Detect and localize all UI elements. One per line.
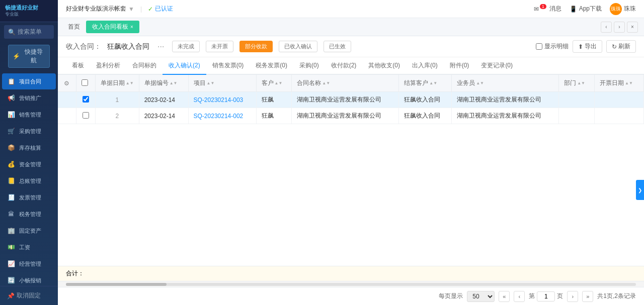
prev-page-button[interactable]: ‹ [514, 291, 525, 302]
subtab-change-log[interactable]: 变更记录(0) [475, 57, 519, 75]
settlement-customer-column-header[interactable]: 结算客户 ▲▼ [399, 75, 452, 92]
page-size-select[interactable]: 20 50 100 [467, 291, 495, 302]
row2-number-cell[interactable]: SQ-20230214-002 [188, 108, 256, 124]
customer-sort-arrows[interactable]: ▲▼ [275, 81, 283, 85]
first-page-button[interactable]: « [499, 291, 510, 302]
show-detail-checkbox[interactable]: 显示明细 [536, 42, 569, 51]
subtab-purchase[interactable]: 采购(0) [293, 57, 325, 75]
row1-number-cell[interactable]: SQ-20230214-003 [188, 92, 256, 108]
message-button[interactable]: ✉ 1 消息 [534, 5, 561, 13]
tab-next-button[interactable]: › [614, 22, 625, 33]
scrollbar-thumb[interactable] [66, 283, 167, 286]
row1-checkbox-cell[interactable] [76, 92, 95, 108]
salesperson-sort-arrows[interactable]: ▲▼ [476, 81, 484, 85]
search-menu-button[interactable]: 🔍 搜索菜单 [4, 25, 54, 39]
company-selector[interactable]: 好业财专业版演示帐套 ▼ [66, 5, 134, 13]
subtab-tax-invoice[interactable]: 税务发票(0) [250, 57, 293, 75]
quick-nav-area: ⚡ 快捷导航 [0, 42, 58, 73]
invoice-date-sort-arrows[interactable]: ▲▼ [625, 81, 633, 85]
status-incomplete-button[interactable]: 未完成 [172, 41, 200, 52]
next-page-button[interactable]: › [567, 291, 578, 302]
sidebar-item-expense[interactable]: 🔄 小畅报销 [2, 272, 56, 286]
subtab-attachment[interactable]: 附件(0) [444, 57, 475, 75]
sidebar-item-payroll[interactable]: 💵 工资 [2, 239, 56, 255]
contract-name-column-header[interactable]: 合同名称 ▲▼ [292, 75, 399, 92]
status-noinvoice-button[interactable]: 未开票 [206, 41, 233, 52]
contract-name-sort-arrows[interactable]: ▲▼ [322, 81, 330, 85]
more-options-button[interactable]: ··· [155, 42, 166, 51]
department-column-header[interactable]: 部门 ▲▼ [559, 75, 595, 92]
sidebar-item-inventory[interactable]: 📦 库存核算 [2, 140, 56, 156]
number-column-header[interactable]: 单据编号 ▲▼ [139, 75, 188, 92]
sidebar-item-tax[interactable]: 🏛 税务管理 [2, 206, 56, 222]
status-active-button[interactable]: 已生效 [324, 41, 351, 52]
status-confirmed-button[interactable]: 已收入确认 [279, 41, 317, 52]
sidebar-item-marketing[interactable]: 📢 营销推广 [2, 90, 56, 106]
project-column-header[interactable]: 项目 ▲▼ [188, 75, 256, 92]
table-row[interactable]: 2 2023-02-14 SQ-20230214-002 狂飙 湖南卫视商业运营… [58, 108, 644, 124]
department-sort-arrows[interactable]: ▲▼ [577, 81, 585, 85]
last-page-button[interactable]: » [582, 291, 593, 302]
company-dropdown-icon: ▼ [128, 6, 134, 13]
sidebar-item-fixed-assets[interactable]: 🏢 固定资产 [2, 223, 56, 239]
unpin-label: 取消固定 [17, 291, 41, 300]
row2-number-link[interactable]: SQ-20230214-002 [194, 113, 244, 120]
sidebar-item-project-contract[interactable]: 📋 项目合同 [2, 73, 56, 89]
table-row[interactable]: 1 2023-02-14 SQ-20230214-003 狂飙 湖南卫视商业运营… [58, 92, 644, 108]
settings-icon[interactable]: ⚙ [64, 80, 69, 87]
sidebar-bottom: 📌 取消固定 [0, 286, 58, 305]
project-sort-arrows[interactable]: ▲▼ [207, 81, 215, 85]
subtab-revenue-confirm[interactable]: 收入确认(2) [163, 57, 206, 75]
sidebar-item-operations[interactable]: 📈 经营管理 [2, 256, 56, 272]
subtab-stock[interactable]: 出入库(0) [406, 57, 444, 75]
sidebar-item-label: 资金管理 [19, 161, 41, 168]
right-sidebar-panel[interactable]: ❯ [636, 180, 644, 200]
horizontal-scrollbar[interactable] [58, 281, 644, 287]
invoice-date-column-header[interactable]: 开票日期 ▲▼ [595, 75, 644, 92]
subtab-target[interactable]: 合同标的 [126, 57, 163, 75]
tab-close-all-button[interactable]: × [627, 22, 638, 33]
row2-settings-cell [58, 108, 76, 124]
tab-close-button[interactable]: × [130, 24, 133, 30]
page-input[interactable] [537, 291, 555, 301]
sidebar-item-funds[interactable]: 💰 资金管理 [2, 156, 56, 172]
subtab-other[interactable]: 其他收支(0) [362, 57, 406, 75]
number-sort-arrows[interactable]: ▲▼ [170, 81, 178, 85]
salesperson-column-header[interactable]: 业务员 ▲▼ [452, 75, 559, 92]
right-panel-toggle[interactable]: ❯ [636, 180, 644, 200]
subtab-profit[interactable]: 盈利分析 [90, 57, 126, 75]
tab-prev-button[interactable]: ‹ [601, 22, 612, 33]
export-button[interactable]: ⬆ 导出 [573, 40, 602, 53]
checkbox-column-header[interactable] [76, 75, 95, 92]
subtab-payment[interactable]: 收付款(2) [325, 57, 363, 75]
sidebar-item-sales[interactable]: 📊 销售管理 [2, 107, 56, 123]
sidebar-item-general-ledger[interactable]: 📒 总账管理 [2, 173, 56, 189]
row1-number-link[interactable]: SQ-20230214-003 [194, 96, 244, 104]
quick-nav-button[interactable]: ⚡ 快捷导航 [8, 45, 50, 68]
row2-checkbox[interactable] [83, 112, 89, 119]
unpin-button[interactable]: 📌 取消固定 [3, 289, 55, 302]
customer-column-header[interactable]: 客户 ▲▼ [256, 75, 292, 92]
sidebar-item-label: 经营管理 [19, 260, 41, 268]
user-avatar-button[interactable]: 珠珠 珠珠 [610, 3, 636, 15]
fixed-assets-icon: 🏢 [7, 227, 15, 235]
page-suffix: 页 [557, 292, 563, 300]
row1-checkbox[interactable] [83, 96, 89, 103]
row2-checkbox-cell[interactable] [76, 108, 95, 124]
show-detail-input[interactable] [536, 43, 542, 50]
refresh-button[interactable]: ↻ 刷新 [606, 40, 636, 53]
status-partial-button[interactable]: 部分收款 [239, 41, 273, 52]
settlement-sort-arrows[interactable]: ▲▼ [429, 81, 437, 85]
contract-board-tab[interactable]: 收入合同看板 × [86, 21, 139, 33]
data-table: ⚙ 单据日期 ▲▼ [58, 75, 644, 124]
select-all-checkbox[interactable] [82, 79, 88, 86]
sidebar-item-procurement[interactable]: 🛒 采购管理 [2, 123, 56, 139]
subtab-sales-invoice[interactable]: 销售发票(0) [206, 57, 250, 75]
subtab-kanban[interactable]: 看板 [66, 57, 90, 75]
app-download-button[interactable]: 📱 App下载 [570, 5, 602, 13]
date-sort-arrows[interactable]: ▲▼ [126, 81, 134, 85]
sidebar-item-invoice[interactable]: 🧾 发票管理 [2, 189, 56, 206]
home-tab[interactable]: 首页 [64, 23, 84, 31]
settings-column-header[interactable]: ⚙ [58, 75, 76, 92]
date-column-header[interactable]: 单据日期 ▲▼ [95, 75, 139, 92]
